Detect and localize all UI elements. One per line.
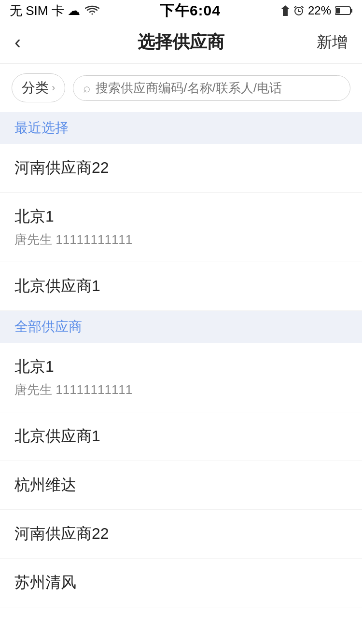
list-item[interactable]: 北京1唐先生 11111111111 <box>0 193 362 262</box>
item-name: 北京1 <box>14 356 348 378</box>
recent-list: 河南供应商22北京1唐先生 11111111111北京供应商1 <box>0 144 362 311</box>
item-name: 河南供应商22 <box>14 523 348 545</box>
item-name: 北京供应商1 <box>14 276 348 297</box>
search-box: ⌕ <box>73 75 350 101</box>
location-icon <box>281 5 290 16</box>
svg-rect-7 <box>336 8 340 14</box>
status-right: 22% <box>281 4 352 17</box>
status-bar: 无 SIM 卡 ☁ 下午6:04 22% <box>0 0 362 21</box>
no-sim-label: 无 SIM 卡 ☁ <box>10 2 80 19</box>
list-item[interactable]: 北京1唐先生 11111111111 <box>0 343 362 412</box>
list-item[interactable]: 北京供应商1 <box>0 412 362 461</box>
list-item[interactable]: 北京供应商1 <box>0 262 362 311</box>
item-name: 苏州清风 <box>14 572 348 593</box>
filter-bar: 分类 › ⌕ <box>0 64 362 112</box>
item-name: 北京1 <box>14 206 348 227</box>
svg-line-3 <box>294 6 296 8</box>
item-name: 杭州维达 <box>14 475 348 496</box>
item-contact: 唐先生 11111111111 <box>14 231 348 248</box>
item-name: 河南供应商22 <box>14 157 348 179</box>
page-title: 选择供应商 <box>138 30 224 54</box>
all-section-label: 全部供应商 <box>14 319 82 334</box>
status-time: 下午6:04 <box>160 1 221 21</box>
battery-label: 22% <box>308 4 331 17</box>
list-item[interactable]: 河南供应商22 <box>0 144 362 193</box>
item-name: 北京供应商1 <box>14 426 348 447</box>
all-section-header: 全部供应商 <box>0 311 362 343</box>
add-button[interactable]: 新增 <box>309 32 348 53</box>
alarm-icon <box>293 5 304 16</box>
battery-icon <box>335 6 352 15</box>
nav-bar: ‹ 选择供应商 新增 <box>0 21 362 64</box>
recent-section-header: 最近选择 <box>0 112 362 144</box>
category-label: 分类 <box>22 79 49 97</box>
list-item[interactable]: 河南供应商22 <box>0 510 362 559</box>
category-button[interactable]: 分类 › <box>12 73 65 102</box>
search-input[interactable] <box>96 81 340 96</box>
list-item[interactable]: 苏州清风 <box>0 559 362 607</box>
wifi-icon <box>85 5 99 16</box>
item-contact: 唐先生 11111111111 <box>14 381 348 398</box>
status-left: 无 SIM 卡 ☁ <box>10 2 99 19</box>
list-item[interactable]: 杭州维达 <box>0 461 362 510</box>
search-icon: ⌕ <box>83 81 91 96</box>
svg-rect-6 <box>350 9 352 13</box>
recent-section-label: 最近选择 <box>14 120 69 135</box>
chevron-right-icon: › <box>52 82 55 94</box>
back-button[interactable]: ‹ <box>14 31 53 53</box>
all-list: 北京1唐先生 11111111111北京供应商1杭州维达河南供应商22苏州清风 <box>0 343 362 607</box>
svg-line-4 <box>302 6 303 8</box>
